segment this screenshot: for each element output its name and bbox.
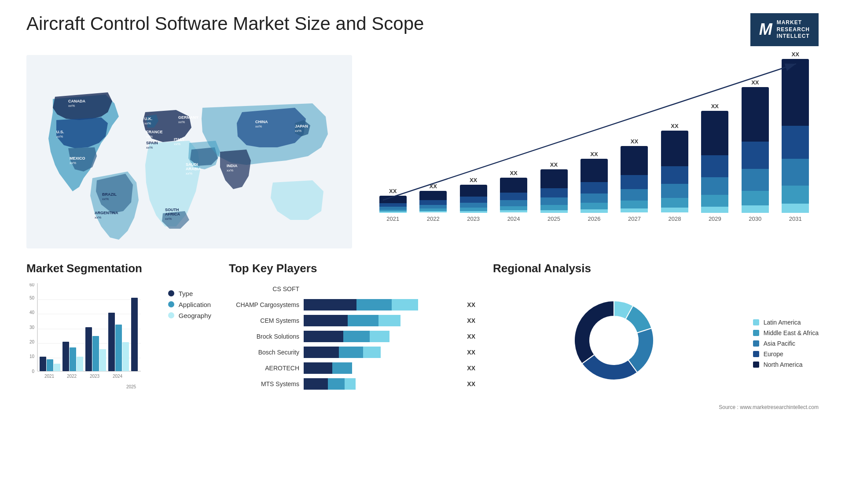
bar-segment-4: [661, 208, 688, 212]
bar-segment-3: [661, 198, 688, 208]
bar-group-2021: XX2021: [374, 188, 411, 222]
svg-text:xx%: xx%: [146, 146, 153, 150]
bar-segment-1: [460, 197, 487, 203]
bar-segment-2: [500, 200, 527, 206]
player-bar-container: [304, 299, 459, 310]
svg-text:2025: 2025: [126, 384, 136, 389]
regional-legend-item: Asia Pacific: [753, 340, 819, 347]
bar-segment-0: [379, 196, 407, 203]
stacked-bar: [701, 111, 728, 213]
bar-segment-4: [460, 211, 487, 213]
bar-segment-0: [701, 111, 728, 155]
bar-group-2027: XX2027: [616, 138, 653, 222]
svg-text:xx%: xx%: [186, 172, 192, 175]
player-bar-seg1: [304, 331, 343, 342]
svg-rect-63: [122, 342, 129, 371]
svg-text:xx%: xx%: [56, 135, 63, 139]
bar-top-label: XX: [389, 188, 397, 194]
stacked-bar: [460, 185, 487, 213]
bar-segment-4: [701, 207, 728, 213]
seg-chart-wrapper: 0 10 20 30 40 50 60: [26, 283, 159, 392]
bar-segment-3: [500, 206, 527, 210]
player-bar-container: [304, 315, 459, 326]
svg-rect-58: [92, 336, 99, 371]
player-xx-label: XX: [467, 317, 475, 324]
legend-dot: [168, 312, 174, 318]
svg-text:xx%: xx%: [102, 197, 109, 201]
bar-segment-1: [540, 188, 568, 197]
svg-text:10: 10: [29, 354, 35, 359]
svg-text:2023: 2023: [90, 374, 100, 379]
bar-segment-4: [580, 209, 608, 213]
bar-segment-4: [621, 208, 648, 212]
bar-group-2026: XX2026: [575, 151, 613, 222]
svg-text:MEXICO: MEXICO: [70, 156, 85, 161]
svg-rect-53: [62, 342, 69, 371]
svg-text:30: 30: [29, 325, 35, 330]
player-bar-seg3: [363, 347, 381, 358]
legend-item-type: Type: [168, 290, 211, 297]
legend-label: Application: [179, 301, 211, 308]
bar-top-label: XX: [751, 79, 759, 86]
player-bar-seg2: [348, 315, 378, 326]
growth-chart: XX2021XX2022XX2023XX2024XX2025XX2026XX20…: [370, 55, 819, 248]
regional-legend-item: Middle East & Africa: [753, 329, 819, 336]
svg-rect-61: [108, 313, 115, 371]
bar-segment-1: [621, 175, 648, 189]
donut-container: [557, 283, 671, 398]
bar-segment-0: [782, 59, 809, 126]
player-bar-seg3: [378, 315, 400, 326]
regional-legend-dot: [753, 351, 759, 357]
player-bar-seg2: [339, 347, 363, 358]
bar-segment-2: [661, 184, 688, 198]
bar-segment-2: [782, 159, 809, 186]
svg-text:BRAZIL: BRAZIL: [102, 192, 117, 197]
bar-segment-2: [540, 197, 568, 205]
segmentation-section: Market Segmentation 0 10 20 30 40 50 60: [26, 262, 211, 392]
legend-item-application: Application: [168, 301, 211, 308]
player-bar-seg1: [304, 362, 332, 374]
player-bar-seg2: [356, 299, 392, 310]
svg-text:CHINA: CHINA: [255, 120, 268, 124]
bar-year-label: 2026: [588, 215, 601, 222]
growth-bars: XX2021XX2022XX2023XX2024XX2025XX2026XX20…: [370, 55, 819, 222]
growth-chart-container: XX2021XX2022XX2023XX2024XX2025XX2026XX20…: [370, 55, 819, 248]
svg-text:xx%: xx%: [255, 124, 262, 128]
svg-text:xx%: xx%: [295, 129, 301, 133]
stacked-bar: [419, 191, 447, 213]
bar-segment-1: [742, 142, 769, 169]
svg-rect-59: [99, 349, 106, 371]
bar-group-2023: XX2023: [455, 177, 492, 222]
bar-segment-4: [540, 210, 568, 213]
player-row: Brock SolutionsXX: [229, 331, 475, 342]
bar-top-label: XX: [792, 51, 799, 58]
bottom-section: Market Segmentation 0 10 20 30 40 50 60: [26, 262, 819, 410]
svg-text:xx%: xx%: [95, 215, 101, 219]
player-xx-label: XX: [467, 365, 475, 372]
bar-segment-4: [500, 210, 527, 212]
bar-top-label: XX: [711, 103, 719, 110]
player-bar-container: [304, 362, 459, 374]
svg-text:ARGENTINA: ARGENTINA: [95, 211, 118, 215]
player-bar-seg1: [304, 315, 348, 326]
header: Aircraft Control Software Market Size an…: [26, 13, 819, 46]
bar-year-label: 2021: [386, 215, 399, 222]
stacked-bar: [742, 87, 769, 213]
bar-segment-4: [782, 204, 809, 213]
regional-title: Regional Analysis: [493, 262, 819, 275]
bar-segment-2: [580, 194, 608, 203]
bar-top-label: XX: [550, 161, 558, 168]
stacked-bar: [379, 196, 407, 213]
legend-dot: [168, 290, 174, 296]
bar-year-label: 2027: [628, 215, 641, 222]
stacked-bar: [782, 59, 809, 213]
svg-rect-50: [47, 359, 53, 371]
regional-legend-dot: [753, 330, 759, 336]
stacked-bar: [500, 178, 527, 213]
svg-text:SPAIN: SPAIN: [146, 141, 158, 145]
players-section: Top Key Players CS SOFTCHAMP Cargosystem…: [229, 262, 475, 394]
svg-text:U.S.: U.S.: [56, 130, 64, 134]
svg-text:ITALY: ITALY: [174, 137, 185, 142]
svg-text:xx%: xx%: [144, 121, 151, 125]
svg-text:xx%: xx%: [227, 168, 233, 172]
